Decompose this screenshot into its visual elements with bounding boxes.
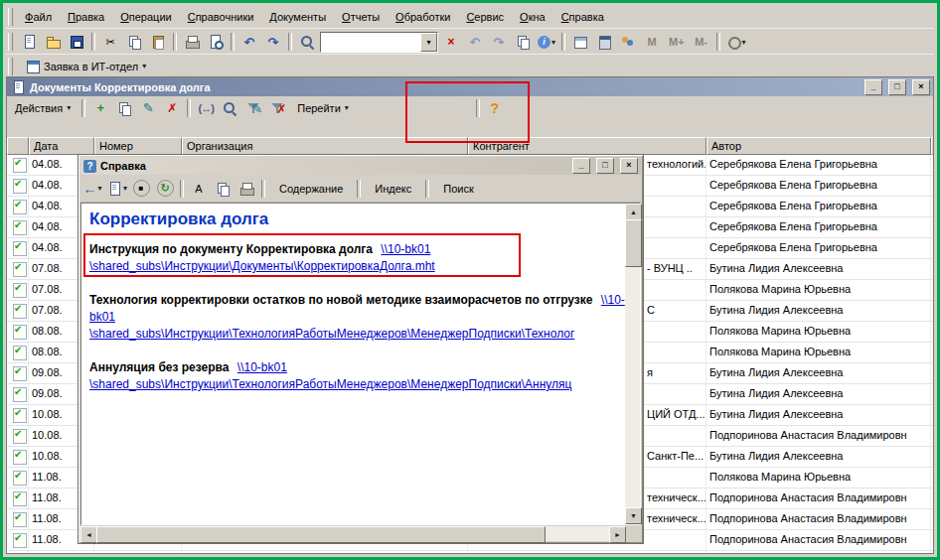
server-link[interactable]: \\10-bk01 xyxy=(237,360,287,374)
find-previous-button[interactable]: ↶ xyxy=(464,31,486,53)
memory-add-button[interactable]: M+ xyxy=(665,31,689,53)
table-row[interactable]: ✔11.08.Подпоринова Анастасия Владимировн xyxy=(7,551,933,553)
service-button[interactable]: ▾ xyxy=(724,31,747,53)
menu-windows[interactable]: Окна xyxy=(512,8,553,26)
menu-edit[interactable]: Правка xyxy=(60,8,112,26)
menu-operations[interactable]: Операции xyxy=(112,8,179,26)
actions-button[interactable]: Действия ▾ xyxy=(8,97,78,119)
column-header[interactable]: Дата xyxy=(29,137,94,155)
goto-button[interactable]: Перейти ▾ xyxy=(290,97,356,119)
help-content: Корректировка долга Инструкция по докуме… xyxy=(81,204,625,524)
clear-icon: ✗ xyxy=(276,102,286,116)
back-button[interactable]: ←▾ xyxy=(81,178,103,200)
info-button[interactable]: i▾ xyxy=(536,31,557,53)
pencil-icon: ✎ xyxy=(251,101,262,116)
add-button[interactable]: + xyxy=(89,97,111,119)
column-header[interactable]: Контрагент xyxy=(468,137,706,155)
index-button[interactable]: Индекс xyxy=(365,178,421,200)
clear-filter-button[interactable]: ✗ xyxy=(266,97,288,119)
search-button[interactable] xyxy=(296,31,318,53)
it-request-button[interactable]: Заявка в ИТ-отдел ▾ xyxy=(18,56,153,77)
copy-row-button[interactable] xyxy=(113,97,135,119)
close-button[interactable]: × xyxy=(620,158,638,174)
menu-file[interactable]: Файл xyxy=(17,8,60,26)
copy-button[interactable] xyxy=(123,31,145,53)
cut-button[interactable]: ✂ xyxy=(99,31,121,53)
copy-value-button[interactable] xyxy=(512,31,534,53)
close-button[interactable]: × xyxy=(912,79,930,95)
delete-button[interactable]: ✗ xyxy=(161,97,183,119)
font-size-button[interactable]: A xyxy=(188,178,210,200)
separator xyxy=(561,33,565,51)
search-tab-button[interactable]: Поиск xyxy=(433,178,483,200)
users-button[interactable] xyxy=(617,31,639,53)
redo-button[interactable]: ↷ xyxy=(262,31,284,53)
print-preview-button[interactable] xyxy=(205,31,227,53)
scroll-up-button[interactable]: ▲ xyxy=(625,204,642,220)
toolbar-grip[interactable] xyxy=(8,8,13,26)
posted-doc-icon: ✔ xyxy=(7,489,29,508)
maximize-button[interactable]: □ xyxy=(596,158,614,174)
open-button[interactable] xyxy=(42,31,64,53)
restore-button[interactable]: □ xyxy=(888,79,906,95)
document-window-titlebar[interactable]: Документы Корректировка долга _ □ × xyxy=(7,77,933,96)
help-window-titlebar[interactable]: ? Справка _ □ × xyxy=(80,157,641,175)
print-preview-icon xyxy=(208,34,224,50)
path-link[interactable]: \shared_subs\Инструкции\ТехнологияРаботы… xyxy=(89,376,625,393)
path-link[interactable]: \shared_subs\Инструкции\Документы\Коррек… xyxy=(89,258,625,275)
menu-processing[interactable]: Обработки xyxy=(388,8,458,26)
path-link[interactable]: \shared_subs\Инструкции\ТехнологияРаботы… xyxy=(89,326,625,343)
menu-service[interactable]: Сервис xyxy=(458,8,512,26)
column-header[interactable]: Автор xyxy=(706,137,931,155)
contents-button[interactable]: Содержание xyxy=(269,178,353,200)
new-document-button[interactable] xyxy=(18,31,40,53)
menu-help[interactable]: Справка xyxy=(553,8,612,26)
column-header[interactable]: Организация xyxy=(182,137,468,155)
main-toolbar: ✂ ↶ ↷ ▾ × ↶ ↷ i▾ M M+ M- ▾ xyxy=(6,28,934,55)
paste-button[interactable] xyxy=(147,31,169,53)
menu-catalogs[interactable]: Справочники xyxy=(180,8,262,26)
table-button[interactable] xyxy=(569,31,591,53)
find-next-button[interactable]: ↷ xyxy=(488,31,510,53)
memory-recall-button[interactable]: M xyxy=(641,31,663,53)
print-button[interactable] xyxy=(235,178,257,200)
edit-button[interactable]: ✎ xyxy=(137,97,159,119)
search-input[interactable] xyxy=(321,34,420,51)
stop-button[interactable]: ■ xyxy=(130,178,152,200)
help-heading: Корректировка долга xyxy=(89,210,625,229)
column-header[interactable] xyxy=(7,137,29,155)
scrollbar-thumb[interactable] xyxy=(96,526,546,543)
horizontal-scrollbar[interactable]: ◄ ► xyxy=(80,526,626,541)
page-options-button[interactable]: ▾ xyxy=(105,178,128,200)
server-link[interactable]: \\10-bk01 xyxy=(381,242,430,256)
print-button[interactable] xyxy=(181,31,203,53)
vertical-scrollbar[interactable]: ▲ ▼ xyxy=(625,204,640,524)
save-button[interactable] xyxy=(66,31,87,53)
toolbar-grip[interactable] xyxy=(8,58,13,75)
clear-search-button[interactable]: × xyxy=(440,31,462,53)
copy-icon xyxy=(116,100,132,116)
combo-dropdown-button[interactable]: ▾ xyxy=(420,33,437,52)
copy-icon xyxy=(515,34,531,50)
filter-settings-button[interactable]: ✎ xyxy=(242,97,264,119)
refresh-button[interactable]: ↻ xyxy=(154,178,176,200)
undo-button[interactable]: ↶ xyxy=(238,31,260,53)
scroll-left-button[interactable]: ◄ xyxy=(80,526,97,543)
menu-reports[interactable]: Отчеты xyxy=(334,8,388,26)
scroll-right-button[interactable]: ► xyxy=(609,526,626,543)
column-header[interactable]: А xyxy=(931,137,933,155)
copy-button[interactable] xyxy=(212,178,234,200)
posted-doc-icon: ✔ xyxy=(7,155,29,175)
toolbar-grip[interactable] xyxy=(8,33,13,51)
help-button[interactable]: ? xyxy=(484,97,506,119)
menu-documents[interactable]: Документы xyxy=(261,8,334,26)
memory-subtract-button[interactable]: M- xyxy=(691,31,712,53)
scroll-down-button[interactable]: ▼ xyxy=(625,507,642,524)
column-header[interactable]: Номер xyxy=(94,137,182,155)
date-interval-button[interactable]: (↔) xyxy=(195,97,217,119)
minimize-button[interactable]: _ xyxy=(572,158,590,174)
minimize-button[interactable]: _ xyxy=(864,79,882,95)
calculator-button[interactable] xyxy=(593,31,615,53)
find-button[interactable] xyxy=(219,97,240,119)
scrollbar-thumb[interactable] xyxy=(625,219,642,267)
